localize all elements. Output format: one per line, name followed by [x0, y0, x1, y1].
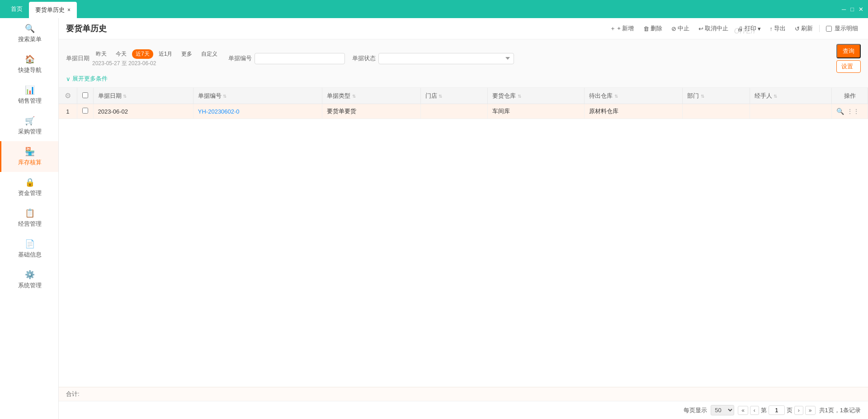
row-index: 1: [59, 104, 77, 119]
date-option-list: 昨天 今天 近7天 近1月 更多 自定义: [92, 49, 221, 59]
close-window-button[interactable]: ✕: [859, 6, 863, 13]
sidebar-item-purchase[interactable]: 🛒 采购管理: [0, 110, 58, 141]
select-all-checkbox[interactable]: [82, 92, 88, 98]
operation-icon: 📋: [25, 208, 35, 218]
th-order-no[interactable]: 单据编号 ⇅: [193, 88, 322, 104]
th-store[interactable]: 门店 ⇅: [420, 88, 487, 104]
order-no-link[interactable]: YH-20230602-0: [198, 108, 240, 115]
main-layout: 🔍 搜索菜单 🏠 快捷导航 📊 销售管理 🛒 采购管理 🏪 库存核算 🔒 资金管…: [0, 18, 868, 419]
th-department[interactable]: 部门 ⇅: [683, 88, 750, 104]
row-handler: [750, 104, 831, 119]
per-page-label: 每页显示: [684, 406, 707, 414]
minimize-button[interactable]: ─: [842, 6, 846, 13]
next-page-button[interactable]: ›: [794, 406, 803, 415]
refresh-icon: ↺: [795, 25, 800, 32]
cancel-suspend-button[interactable]: ↩ 取消中止: [696, 23, 731, 34]
sidebar-item-label: 基础信息: [18, 251, 42, 259]
refresh-button[interactable]: ↺ 刷新: [792, 23, 816, 34]
tab-close-icon[interactable]: ×: [67, 7, 71, 13]
th-actions: 操作: [832, 88, 868, 104]
window-controls: ─ □ ✕: [842, 6, 863, 13]
delete-button[interactable]: 🗑 删除: [641, 23, 665, 34]
settings-button[interactable]: 设置: [836, 60, 861, 73]
sidebar-item-quick-nav[interactable]: 🏠 快捷导航: [0, 49, 58, 80]
date-btn-custom[interactable]: 自定义: [198, 49, 221, 59]
sidebar-item-finance[interactable]: 🔒 资金管理: [0, 172, 58, 203]
page-label: 第: [761, 406, 767, 414]
last-page-button[interactable]: »: [805, 406, 816, 415]
display-detail-button[interactable]: 显示明细: [823, 23, 861, 34]
th-checkbox: [77, 88, 93, 104]
first-page-button[interactable]: «: [738, 406, 748, 415]
column-settings-button[interactable]: ⚙: [65, 91, 71, 100]
status-select[interactable]: [378, 53, 514, 64]
date-filter-options: 昨天 今天 近7天 近1月 更多 自定义 2023-05-27 至 2023-0…: [92, 49, 221, 67]
date-btn-more[interactable]: 更多: [178, 49, 196, 59]
export-button[interactable]: ↑ 导出: [767, 23, 789, 34]
chevron-down-icon: ∨: [66, 76, 71, 82]
sidebar-item-search-menu[interactable]: 🔍 搜索菜单: [0, 18, 58, 49]
th-handler[interactable]: 经手人 ⇅: [750, 88, 831, 104]
row-more-icon[interactable]: ⋮⋮: [847, 108, 859, 115]
row-pending-warehouse: 原材料仓库: [584, 104, 683, 119]
date-btn-today[interactable]: 今天: [112, 49, 130, 59]
sidebar-item-sales[interactable]: 📊 销售管理: [0, 80, 58, 110]
page-suffix: 页: [787, 406, 793, 414]
tab-home[interactable]: 首页: [5, 0, 29, 18]
order-no-input[interactable]: [255, 53, 345, 64]
sidebar-item-label: 采购管理: [18, 128, 42, 136]
page-header: 要货单历史 ＋ + 新增 🗑 删除 ⊘ 中止 ↩ 取消中止: [59, 18, 868, 39]
th-pending-warehouse[interactable]: 待出仓库 ⇅: [584, 88, 683, 104]
sidebar-item-label: 销售管理: [18, 97, 42, 105]
sidebar: 🔍 搜索菜单 🏠 快捷导航 📊 销售管理 🛒 采购管理 🏪 库存核算 🔒 资金管…: [0, 18, 59, 419]
sort-icon-order-type: ⇅: [352, 94, 356, 99]
print-button[interactable]: 🖨 打印 ▾: [735, 23, 764, 34]
sidebar-item-label: 经营管理: [18, 220, 42, 228]
purchase-icon: 🛒: [25, 116, 35, 126]
filter-row: 单据日期 昨天 今天 近7天 近1月 更多 自定义 2023-05-27 至 2…: [66, 44, 861, 73]
sidebar-item-basic-info[interactable]: 📄 基础信息: [0, 233, 58, 264]
page-input[interactable]: [769, 405, 785, 415]
maximize-button[interactable]: □: [850, 6, 854, 13]
sort-icon-order-no: ⇅: [223, 94, 226, 99]
suspend-button[interactable]: ⊘ 中止: [669, 23, 692, 34]
page-title: 要货单历史: [66, 23, 107, 34]
th-settings: ⚙: [59, 88, 77, 104]
top-bar: 首页 要货单历史 × ─ □ ✕: [0, 0, 868, 18]
toolbar-divider: [819, 25, 820, 32]
row-store: [420, 104, 487, 119]
query-button[interactable]: 查询: [836, 44, 861, 58]
sidebar-item-system[interactable]: ⚙️ 系统管理: [0, 264, 58, 295]
th-order-type[interactable]: 单据类型 ⇅: [322, 88, 421, 104]
add-button[interactable]: ＋ + 新增: [607, 23, 637, 34]
date-btn-7days[interactable]: 近7天: [132, 49, 153, 59]
date-btn-1month[interactable]: 近1月: [155, 49, 176, 59]
sidebar-item-label: 快捷导航: [18, 66, 42, 74]
page-navigation: « ‹ 第 页 › »: [738, 405, 815, 415]
tab-active[interactable]: 要货单历史 ×: [29, 2, 77, 18]
sales-icon: 📊: [25, 85, 35, 95]
expand-filter-button[interactable]: ∨ 展开更多条件: [66, 75, 861, 83]
data-table: ⚙ 单据日期 ⇅ 单据编号 ⇅: [59, 88, 868, 119]
order-no-label: 单据编号: [228, 54, 252, 62]
prev-page-button[interactable]: ‹: [750, 406, 759, 415]
sort-icon-store: ⇅: [439, 94, 442, 99]
row-checkbox[interactable]: [82, 108, 88, 114]
per-page-select[interactable]: 50 20 100 200: [711, 405, 734, 415]
th-date[interactable]: 单据日期 ⇅: [93, 88, 193, 104]
display-detail-checkbox[interactable]: [826, 26, 832, 32]
basic-info-icon: 📄: [25, 239, 35, 249]
table-area: ⚙ 单据日期 ⇅ 单据编号 ⇅: [59, 88, 868, 387]
sort-icon-pending-warehouse: ⇅: [614, 94, 618, 99]
print-icon: 🖨: [737, 25, 743, 32]
date-btn-yesterday[interactable]: 昨天: [92, 49, 110, 59]
sidebar-item-operation[interactable]: 📋 经营管理: [0, 203, 58, 233]
table-row: 1 2023-06-02 YH-20230602-0 要货单要货 车间库 原材料…: [59, 104, 868, 119]
th-req-warehouse[interactable]: 要货仓库 ⇅: [487, 88, 584, 104]
row-actions: 🔍 ⋮⋮: [832, 104, 868, 119]
sidebar-item-inventory[interactable]: 🏪 库存核算: [0, 141, 58, 172]
row-view-icon[interactable]: 🔍: [836, 108, 844, 115]
sort-icon-department: ⇅: [701, 94, 704, 99]
quick-nav-icon: 🏠: [25, 54, 35, 64]
table-footer: 合计:: [59, 387, 868, 401]
